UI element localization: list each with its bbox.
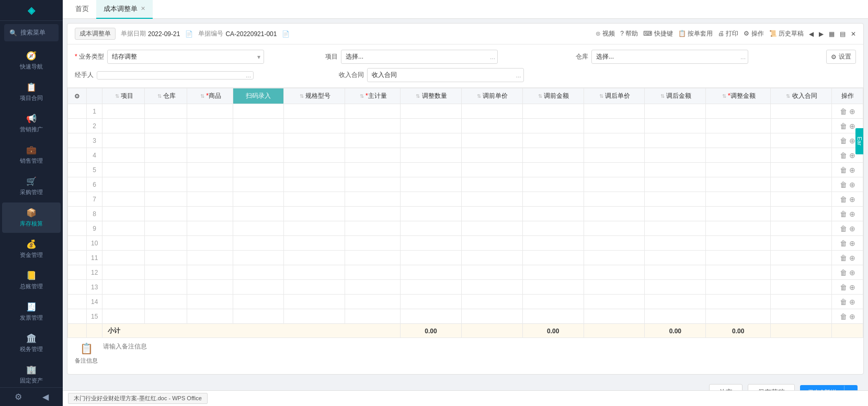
income-contract-select[interactable]: 收入合同 ... (367, 68, 524, 82)
cell-spec-7[interactable] (284, 192, 345, 207)
cell-spec-1[interactable] (284, 104, 345, 119)
sidebar-search-btn[interactable]: 🔍 搜索菜单 (4, 24, 59, 41)
delete-icon-10[interactable]: 🗑 (840, 239, 847, 247)
right-edge-tab[interactable]: Ear (855, 128, 864, 154)
cell-goods-3[interactable] (187, 133, 233, 148)
cell-goods-5[interactable] (187, 163, 233, 177)
cell-before-amount-4[interactable] (522, 148, 584, 163)
action-help[interactable]: ? 帮助 (620, 29, 638, 38)
cell-warehouse-2[interactable] (145, 119, 187, 133)
cell-goods-1[interactable] (187, 104, 233, 119)
copy-icon-5[interactable]: ⊕ (849, 166, 855, 174)
cell-project-14[interactable] (102, 295, 145, 309)
cell-adjust-qty-5[interactable] (401, 163, 462, 177)
cell-project-2[interactable] (102, 119, 145, 133)
cell-before-price-2[interactable] (461, 119, 522, 133)
sidebar-item-sales-mgmt[interactable]: 💼销售管理 (2, 140, 61, 170)
cell-project-12[interactable] (102, 265, 145, 280)
cell-before-amount-7[interactable] (522, 192, 584, 207)
cell-before-price-7[interactable] (461, 192, 522, 207)
cell-scan-1[interactable] (233, 104, 284, 119)
cell-unit-14[interactable] (345, 295, 401, 309)
cell-spec-6[interactable] (284, 177, 345, 192)
cell-adjust-qty-1[interactable] (401, 104, 462, 119)
cell-after-price-3[interactable] (584, 133, 645, 148)
cell-before-price-3[interactable] (461, 133, 522, 148)
cell-spec-14[interactable] (284, 295, 345, 309)
cell-before-price-12[interactable] (461, 265, 522, 280)
cell-goods-14[interactable] (187, 295, 233, 309)
cell-adjust-qty-2[interactable] (401, 119, 462, 133)
cell-warehouse-13[interactable] (145, 280, 187, 295)
warehouse-select[interactable]: 选择... ... (591, 50, 748, 64)
copy-icon-15[interactable]: ⊕ (849, 312, 855, 321)
cell-unit-12[interactable] (345, 265, 401, 280)
delete-icon-11[interactable]: 🗑 (840, 254, 847, 262)
cell-adjust-amount-8[interactable] (706, 207, 771, 221)
cell-warehouse-9[interactable] (145, 221, 187, 236)
copy-icon-12[interactable]: ⊕ (849, 268, 855, 277)
cell-adjust-amount-4[interactable] (706, 148, 771, 163)
cell-spec-4[interactable] (284, 148, 345, 163)
action-apply[interactable]: 📋 按单套用 (678, 29, 713, 38)
cell-unit-13[interactable] (345, 280, 401, 295)
cell-warehouse-1[interactable] (145, 104, 187, 119)
copy-icon-4[interactable]: ⊕ (849, 151, 855, 160)
cell-goods-11[interactable] (187, 251, 233, 265)
th-gear[interactable]: ⚙ (68, 88, 87, 104)
cell-after-amount-10[interactable] (645, 236, 706, 251)
copy-icon-13[interactable]: ⊕ (849, 283, 855, 291)
cell-income-contract-13[interactable] (771, 280, 832, 295)
settings-icon[interactable]: ⚙ (15, 392, 22, 402)
cell-scan-11[interactable] (233, 251, 284, 265)
cell-project-3[interactable] (102, 133, 145, 148)
cell-before-price-11[interactable] (461, 251, 522, 265)
cell-warehouse-15[interactable] (145, 309, 187, 324)
sidebar-item-ledger[interactable]: 📒总账管理 (2, 265, 61, 296)
cell-project-9[interactable] (102, 221, 145, 236)
cell-spec-8[interactable] (284, 207, 345, 221)
handler-select[interactable]: ... (97, 71, 254, 80)
cell-adjust-qty-13[interactable] (401, 280, 462, 295)
cell-before-amount-9[interactable] (522, 221, 584, 236)
tab-home[interactable]: 首页 (68, 0, 96, 19)
cell-income-contract-7[interactable] (771, 192, 832, 207)
cell-after-price-11[interactable] (584, 251, 645, 265)
collapse-icon[interactable]: ◀ (42, 392, 49, 402)
cell-project-7[interactable] (102, 192, 145, 207)
cell-adjust-qty-15[interactable] (401, 309, 462, 324)
delete-icon-5[interactable]: 🗑 (840, 166, 847, 174)
cell-before-price-1[interactable] (461, 104, 522, 119)
cell-adjust-amount-6[interactable] (706, 177, 771, 192)
action-print[interactable]: 🖨 打印 (718, 29, 738, 38)
cell-goods-4[interactable] (187, 148, 233, 163)
cell-unit-8[interactable] (345, 207, 401, 221)
cell-before-price-6[interactable] (461, 177, 522, 192)
sidebar-item-tax[interactable]: 🏛️税务管理 (2, 328, 61, 358)
cell-adjust-amount-1[interactable] (706, 104, 771, 119)
cell-income-contract-6[interactable] (771, 177, 832, 192)
cell-project-15[interactable] (102, 309, 145, 324)
cell-adjust-amount-13[interactable] (706, 280, 771, 295)
cell-adjust-qty-12[interactable] (401, 265, 462, 280)
cell-scan-4[interactable] (233, 148, 284, 163)
cell-project-1[interactable] (102, 104, 145, 119)
cell-unit-5[interactable] (345, 163, 401, 177)
copy-icon-3[interactable]: ⊕ (849, 137, 855, 145)
cell-warehouse-12[interactable] (145, 265, 187, 280)
cell-income-contract-4[interactable] (771, 148, 832, 163)
cell-after-price-1[interactable] (584, 104, 645, 119)
cell-adjust-amount-5[interactable] (706, 163, 771, 177)
cell-adjust-amount-15[interactable] (706, 309, 771, 324)
cell-after-price-4[interactable] (584, 148, 645, 163)
sidebar-item-invoice[interactable]: 🧾发票管理 (2, 297, 61, 327)
cell-income-contract-12[interactable] (771, 265, 832, 280)
cell-unit-10[interactable] (345, 236, 401, 251)
cell-before-price-8[interactable] (461, 207, 522, 221)
delete-icon-6[interactable]: 🗑 (840, 181, 847, 189)
cell-spec-5[interactable] (284, 163, 345, 177)
cell-project-10[interactable] (102, 236, 145, 251)
copy-icon-2[interactable]: ⊕ (849, 122, 855, 130)
cell-after-amount-2[interactable] (645, 119, 706, 133)
copy-icon-8[interactable]: ⊕ (849, 210, 855, 218)
